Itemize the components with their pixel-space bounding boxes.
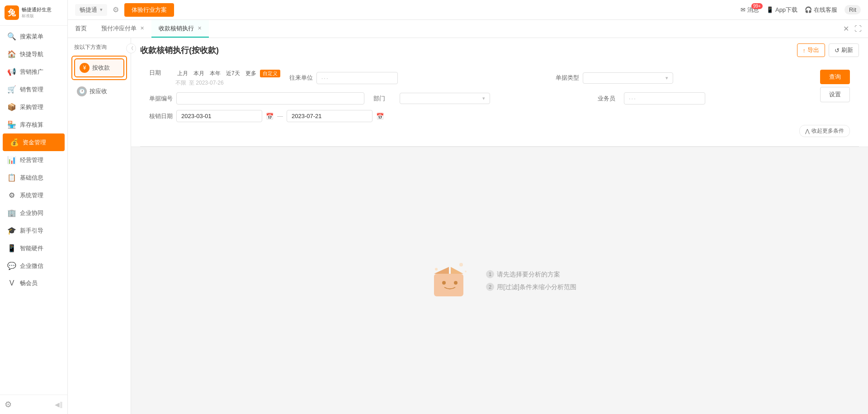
- dept-chevron-icon: ▾: [482, 95, 485, 101]
- system-icon: ⚙: [7, 191, 16, 200]
- collapse-more-button[interactable]: ⋀ 收起更多条件: [799, 125, 850, 137]
- sales-label: 销售管理: [20, 86, 43, 94]
- filter-row-2: 单据编号 部门 ▾: [149, 92, 813, 105]
- date-more[interactable]: 更多: [244, 69, 258, 78]
- form-settings-button[interactable]: 设置: [820, 87, 850, 102]
- filter-by-receipt[interactable]: ¥ 按收款: [74, 58, 124, 77]
- online-service-link[interactable]: 🎧 在线客服: [805, 6, 837, 14]
- filter-selected-box: ¥ 按收款: [71, 56, 127, 80]
- tab-receipt-close-icon[interactable]: ✕: [198, 25, 202, 31]
- sidebar-settings-icon[interactable]: ⚙: [5, 400, 12, 409]
- filter-receipt-icon: ¥: [80, 63, 90, 73]
- app-download-link[interactable]: 📱 App下载: [766, 6, 797, 14]
- counterparty-select[interactable]: ···: [316, 72, 398, 84]
- operation-label: 经营管理: [20, 156, 43, 164]
- header-settings-icon[interactable]: ⚙: [113, 5, 119, 14]
- quick-nav-icon: 🏠: [7, 50, 16, 58]
- staff-field: 业务员 ···: [598, 92, 813, 105]
- sidebar-item-inventory[interactable]: 🏪库存核算: [0, 116, 67, 133]
- sidebar-item-sales[interactable]: 🛒销售管理: [0, 81, 67, 98]
- smart-hw-label: 智能硬件: [20, 244, 43, 252]
- verify-date-start-input[interactable]: [176, 110, 262, 122]
- sales-icon: 🛒: [7, 85, 16, 94]
- date-unlimited-text: 不限: [175, 79, 186, 87]
- date-last-month[interactable]: 上月: [175, 69, 190, 78]
- funds-icon: 💰: [10, 138, 19, 147]
- date-this-year[interactable]: 本年: [208, 69, 222, 78]
- sidebar-item-marketing[interactable]: 📢营销推广: [0, 63, 67, 81]
- logo-icon: 兔: [5, 5, 19, 20]
- logo-badge: 标准版: [22, 13, 52, 19]
- export-icon: ↑: [803, 47, 806, 54]
- header-brand[interactable]: 畅捷通 ▾: [75, 4, 107, 16]
- verify-date-end-input[interactable]: [287, 110, 373, 122]
- sidebar-item-wechat[interactable]: 💬企业微信: [0, 257, 67, 275]
- verify-date-label: 核销日期: [149, 112, 173, 120]
- sidebar-item-purchase[interactable]: 📦采购管理: [0, 98, 67, 116]
- filter-panel-toggle-btn[interactable]: 《: [126, 43, 136, 53]
- verify-date-start-cal-icon[interactable]: 📅: [266, 113, 274, 120]
- user-label[interactable]: Rit: [844, 5, 861, 14]
- verify-date-field: 核销日期 📅 — 📅: [149, 110, 384, 122]
- sidebar-item-smart-hw[interactable]: 📱智能硬件: [0, 239, 67, 257]
- bill-no-input[interactable]: [176, 92, 364, 105]
- tab-prepay[interactable]: 预付冲应付单 ✕: [94, 20, 151, 38]
- page-title: 收款核销执行(按收款): [140, 45, 219, 56]
- tab-prepay-close-icon[interactable]: ✕: [140, 25, 144, 31]
- filter-receivable-icon: 🕐: [77, 86, 87, 96]
- tab-bar: 首页 预付冲应付单 ✕ 收款核销执行 ✕ ✕ ⛶: [68, 20, 868, 38]
- dept-label: 部门: [373, 95, 396, 103]
- staff-select[interactable]: ···: [624, 92, 705, 105]
- empty-svg: [427, 258, 472, 303]
- filter-receipt-label: 按收款: [92, 64, 110, 72]
- header-right: ✉ 消息 99+ 📱 App下载 🎧 在线客服 Rit: [741, 5, 861, 14]
- bill-type-label: 单据类型: [556, 74, 579, 82]
- message-button[interactable]: ✉ 消息 99+: [741, 6, 759, 14]
- sidebar-item-funds[interactable]: 💰资金管理: [3, 133, 65, 151]
- verify-date-end-cal-icon[interactable]: 📅: [376, 113, 384, 120]
- sidebar-collapse-btn[interactable]: ◀‖: [55, 401, 63, 408]
- date-7days[interactable]: 近7天: [224, 69, 242, 78]
- guide-label: 新手引导: [20, 227, 43, 235]
- tab-close-all-icon[interactable]: ✕: [841, 23, 851, 35]
- date-this-month[interactable]: 本月: [192, 69, 206, 78]
- dept-select[interactable]: ▾: [400, 93, 490, 104]
- date-field: 日期 上月 本月 本年 近7天 更多: [149, 69, 280, 87]
- refresh-button[interactable]: ↺ 刷新: [829, 43, 859, 57]
- bill-type-select[interactable]: ▾: [583, 72, 673, 84]
- filter-form: 日期 上月 本月 本年 近7天 更多: [140, 62, 859, 147]
- content-area: 按以下方查询 ¥ 按收款 🕐 按应收 《 收款核销执: [68, 38, 868, 414]
- sidebar-item-quick-nav[interactable]: 🏠快捷导航: [0, 45, 67, 63]
- filter-by-receivable[interactable]: 🕐 按应收: [71, 82, 127, 101]
- export-button[interactable]: ↑ 导出: [797, 43, 826, 57]
- search-menu-icon: 🔍: [7, 32, 16, 41]
- basic-info-label: 基础信息: [20, 174, 43, 182]
- date-to-text: 至 2023-07-26: [189, 79, 224, 87]
- query-button[interactable]: 查询: [820, 70, 850, 84]
- tab-expand-icon[interactable]: ⛶: [853, 23, 863, 35]
- sidebar-item-member[interactable]: V畅会员: [0, 275, 67, 292]
- empty-text: 1 请先选择要分析的方案 2 用[过滤]条件来缩小分析范围: [486, 268, 576, 293]
- bill-no-label: 单据编号: [149, 95, 173, 103]
- bill-type-chevron-icon: ▾: [665, 75, 668, 81]
- empty-state: 1 请先选择要分析的方案 2 用[过滤]条件来缩小分析范围: [131, 147, 868, 414]
- enterprise-label: 企业协同: [20, 209, 43, 217]
- sidebar-item-operation[interactable]: 📊经营管理: [0, 151, 67, 169]
- sidebar-item-enterprise[interactable]: 🏢企业协同: [0, 204, 67, 222]
- filter-row-3: 核销日期 📅 — 📅: [149, 110, 813, 122]
- date-custom-badge[interactable]: 自定义: [260, 70, 280, 77]
- sidebar-item-guide[interactable]: 🎓新手引导: [0, 222, 67, 239]
- sidebar-item-system[interactable]: ⚙系统管理: [0, 186, 67, 204]
- sidebar-logo: 兔 畅捷通好生意 标准版: [0, 0, 67, 26]
- sidebar-item-basic-info[interactable]: 📋基础信息: [0, 169, 67, 186]
- brand-name-text: 畅捷通: [80, 6, 97, 14]
- tab-receipt[interactable]: 收款核销执行 ✕: [151, 20, 209, 38]
- operation-icon: 📊: [7, 156, 16, 164]
- svg-rect-0: [434, 274, 463, 296]
- sidebar: 兔 畅捷通好生意 标准版 🔍搜索菜单🏠快捷导航📢营销推广🛒销售管理📦采购管理🏪库…: [0, 0, 68, 414]
- svg-point-3: [442, 281, 446, 285]
- member-label: 畅会员: [20, 279, 38, 287]
- tab-home[interactable]: 首页: [68, 20, 94, 38]
- solution-button[interactable]: 体验行业方案: [124, 3, 174, 17]
- sidebar-item-search-menu[interactable]: 🔍搜索菜单: [0, 28, 67, 45]
